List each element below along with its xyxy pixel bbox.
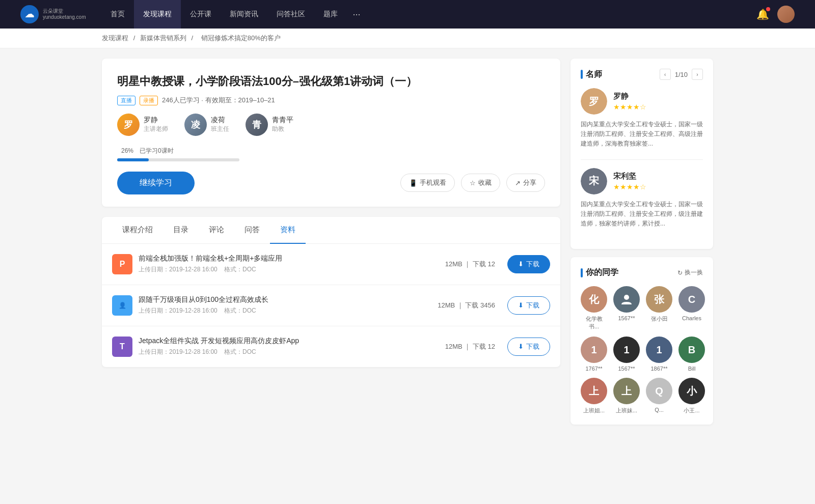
file-meta-3: 上传日期：2019-12-28 16:00 格式：DOC (139, 348, 433, 356)
classmate-1[interactable]: 化 化学教书... (581, 286, 607, 330)
classmate-11[interactable]: Q Q... (646, 378, 672, 414)
nav-item-discover[interactable]: 发现课程 (134, 0, 181, 29)
nav-item-qa[interactable]: 问答社区 (267, 0, 314, 29)
nav-more-btn[interactable]: ··· (347, 0, 367, 29)
tag-recorded: 录播 (140, 96, 158, 105)
course-title: 明星中教授课，小学阶段语法100分–强化级第1讲动词（一） (117, 74, 545, 90)
user-avatar[interactable] (777, 6, 795, 23)
classmate-8[interactable]: B Bill (678, 337, 705, 372)
teacher-3-role: 助教 (272, 125, 293, 133)
teacher-2-role: 班主任 (211, 125, 229, 133)
download-button-1[interactable]: ⬇ 下载 (507, 255, 550, 273)
logo-sub-text: yunduoketang.com (43, 14, 86, 20)
phone-watch-button[interactable]: 📱 手机观看 (400, 174, 455, 192)
classmate-4-name: Charles (682, 315, 701, 321)
teacher-1: 罗 罗静 主讲老师 (117, 114, 168, 136)
nav-item-news[interactable]: 新闻资讯 (221, 0, 267, 29)
classmate-4[interactable]: C Charles (678, 286, 705, 330)
classmate-9-avatar: 上 (581, 378, 607, 404)
sidebar-teachers-title: 名师 (581, 69, 602, 80)
sidebar-teacher-1-name: 罗静 (613, 92, 646, 101)
teacher-1-name: 罗静 (144, 116, 168, 125)
nav-item-home[interactable]: 首页 (101, 0, 134, 29)
download-button-2[interactable]: ⬇ 下载 (507, 296, 550, 315)
nav-item-quiz[interactable]: 题库 (314, 0, 347, 29)
logo-text: 云朵课堂 yunduoketang.com (43, 8, 86, 20)
classmate-5[interactable]: 1 1767** (581, 337, 607, 372)
refresh-icon: ↻ (677, 269, 683, 276)
tab-qa[interactable]: 问答 (234, 217, 270, 244)
file-info-2: 跟随千万级项目从0到100全过程高效成长 上传日期：2019-12-28 16:… (139, 295, 425, 315)
file-item-2: 👤 跟随千万级项目从0到100全过程高效成长 上传日期：2019-12-28 1… (102, 285, 560, 326)
logo-icon: ☁ (20, 5, 39, 23)
teacher-2-name: 凌荷 (211, 116, 229, 125)
progress-pct: 26% (121, 147, 133, 154)
phone-icon: 📱 (409, 179, 417, 187)
sidebar-classmates-card: 你的同学 ↻ 换一换 化 化学教书... 1567** (570, 257, 713, 425)
classmate-6-avatar: 1 (613, 337, 640, 363)
file-date-2: 上传日期：2019-12-28 16:00 (139, 307, 218, 314)
refresh-button[interactable]: ↻ 换一换 (677, 268, 703, 277)
tabs-header: 课程介绍 目录 评论 问答 资料 (102, 217, 560, 244)
bell-button[interactable]: 🔔 (756, 8, 769, 20)
file-stats-3: 12MB ｜ 下载 12 (445, 342, 495, 351)
tab-review[interactable]: 评论 (199, 217, 234, 244)
continue-learning-button[interactable]: 继续学习 (117, 172, 195, 194)
nav-right: 🔔 (756, 6, 795, 23)
collect-button[interactable]: ☆ 收藏 (461, 174, 500, 192)
classmate-1-name: 化学教书... (581, 315, 607, 330)
teachers-next-button[interactable]: › (692, 69, 703, 80)
progress-area: 26% 已学习0课时 (117, 146, 545, 161)
course-meta: 246人已学习 · 有效期至：2019–10–21 (162, 96, 275, 105)
teacher-3: 青 青青平 助教 (246, 114, 293, 136)
classmate-7-avatar: 1 (646, 337, 672, 363)
tab-material[interactable]: 资料 (270, 217, 306, 244)
sidebar-teacher-2: 宋 宋利坚 ★★★★☆ 国内某重点大学安全工程专业硕士，国家一级注册消防工程师、… (581, 168, 703, 229)
teacher-2: 凌 凌荷 班主任 (184, 114, 229, 136)
file-meta-1: 上传日期：2019-12-28 16:00 格式：DOC (139, 265, 433, 274)
share-button[interactable]: ↗ 分享 (506, 174, 545, 192)
classmate-10[interactable]: 上 上班妹... (613, 378, 640, 414)
sidebar-teacher-2-name: 宋利坚 (613, 172, 646, 181)
classmate-9[interactable]: 上 上班姐... (581, 378, 607, 414)
file-format-3: 格式：DOC (224, 348, 256, 355)
classmate-3[interactable]: 张 张小田 (646, 286, 672, 330)
breadcrumb-current: 销冠修炼术搞定80%的客户 (201, 34, 281, 42)
teacher-2-info: 凌荷 班主任 (211, 116, 229, 133)
classmate-3-avatar: 张 (646, 286, 672, 313)
breadcrumb-discover[interactable]: 发现课程 (102, 34, 128, 42)
classmate-5-name: 1767** (585, 366, 602, 372)
teachers-prev-button[interactable]: ‹ (660, 69, 671, 80)
classmate-7[interactable]: 1 1867** (646, 337, 672, 372)
teacher-2-avatar: 凌 (184, 114, 207, 136)
file-name-2: 跟随千万级项目从0到100全过程高效成长 (139, 295, 425, 304)
tab-intro[interactable]: 课程介绍 (112, 217, 163, 244)
share-icon: ↗ (515, 179, 521, 187)
tab-catalog[interactable]: 目录 (163, 217, 199, 244)
teacher-1-info: 罗静 主讲老师 (144, 116, 168, 133)
download-icon-1: ⬇ (518, 260, 524, 268)
nav-item-open[interactable]: 公开课 (181, 0, 221, 29)
sidebar-teacher-1-desc: 国内某重点大学安全工程专业硕士，国家一级注册消防工程师、注册安全工程师、高级注册… (581, 120, 703, 149)
svg-point-1 (624, 295, 629, 300)
classmate-11-avatar: Q (646, 378, 672, 404)
classmate-12[interactable]: 小 小王... (678, 378, 705, 414)
sidebar-teachers-nav: ‹ 1/10 › (660, 69, 703, 80)
file-meta-2: 上传日期：2019-12-28 16:00 格式：DOC (139, 306, 425, 315)
classmate-11-name: Q... (655, 407, 664, 413)
classmate-5-avatar: 1 (581, 337, 607, 363)
classmate-6-name: 1567** (618, 366, 635, 372)
download-icon-3: ⬇ (518, 343, 524, 350)
tabs-card: 课程介绍 目录 评论 问答 资料 P 前端全栈加强版！前端全栈+全周期+多端应用… (102, 217, 560, 367)
classmate-6[interactable]: 1 1567** (613, 337, 640, 372)
breadcrumb-series[interactable]: 新媒体营销系列 (140, 34, 186, 42)
logo[interactable]: ☁ 云朵课堂 yunduoketang.com (20, 5, 86, 23)
classmate-2[interactable]: 1567** (613, 286, 640, 330)
progress-bar-bg (117, 158, 239, 161)
breadcrumb: 发现课程 / 新媒体营销系列 / 销冠修炼术搞定80%的客户 (0, 29, 815, 48)
divider-1 (581, 159, 703, 160)
download-button-3[interactable]: ⬇ 下载 (507, 338, 550, 356)
course-card: 明星中教授课，小学阶段语法100分–强化级第1讲动词（一） 直播 录播 246人… (102, 59, 560, 207)
classmate-7-name: 1867** (650, 366, 667, 372)
classmate-12-avatar: 小 (678, 378, 705, 404)
